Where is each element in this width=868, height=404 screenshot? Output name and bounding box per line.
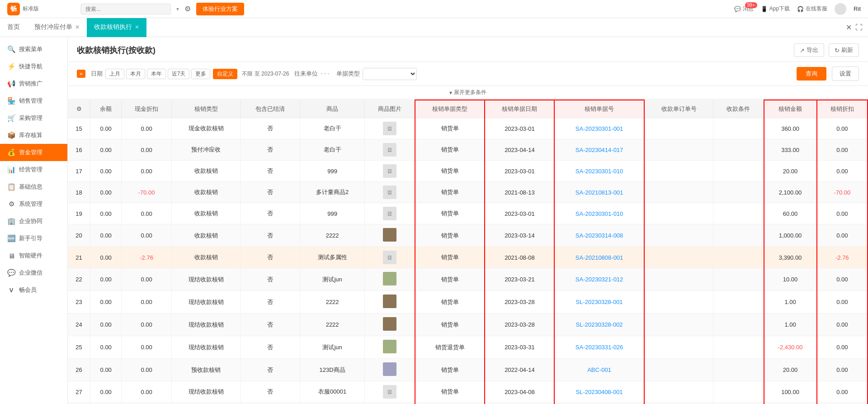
row-verify-discount: 0.00 [817,381,868,403]
row-verify-bill-no[interactable]: SA-20210813-001 [554,182,644,203]
finance-icon: 💰 [7,148,15,157]
row-goods-img [365,314,415,336]
sidebar-item-member[interactable]: V 畅会员 [0,281,67,299]
row-verify-bill-no[interactable]: SA-20230301-001 [554,118,644,139]
row-verify-discount: 0.00 [817,139,868,161]
refresh-button[interactable]: ↻ 刷新 [829,43,859,57]
date-more[interactable]: 更多 [191,69,210,79]
table-row: 160.000.00预付冲应收否老白干🖼销货单2023-04-14SA-2023… [68,139,868,161]
close-icon-active[interactable]: ✕ [135,24,139,30]
row-verify-bill-no[interactable]: SL-20230328-002 [554,314,644,336]
row-verify-bill-no[interactable]: SL-20230328-001 [554,291,644,314]
settings-gear-icon[interactable]: ⚙ [184,5,191,13]
sidebar-label-search: 搜索菜单 [19,45,42,53]
row-number: 21 [68,247,90,268]
row-receipt-order-no [644,118,713,139]
row-verify-bill-type: 销货单 [415,381,485,403]
logo-icon: 畅 [7,3,20,15]
page-header: 收款核销执行(按收款) ↗ 导出 ↻ 刷新 [68,37,868,62]
tab-prepay-label: 预付冲应付单 [34,23,72,31]
row-verify-bill-no[interactable]: SA-20210808-001 [554,247,644,268]
sidebar-item-wechat[interactable]: 💬 企业微信 [0,264,67,281]
online-support[interactable]: 🎧 在线客服 [797,5,827,13]
close-icon[interactable]: ✕ [75,24,80,30]
row-balance: 0.00 [90,139,122,161]
expand-filter-button[interactable]: » [77,70,85,78]
col-header-balance: 余额 [90,100,122,118]
row-verify-bill-date: 2023-04-14 [485,139,554,161]
col-header-settings[interactable]: ⚙ [68,100,90,118]
sidebar-item-operations[interactable]: 📊 经营管理 [0,161,67,178]
close-window-button[interactable]: ✕ [846,23,852,32]
row-verify-bill-no[interactable]: SA-20230301-010 [554,203,644,224]
query-button[interactable]: 查询 [797,67,826,81]
row-receipt-order-no [644,359,713,381]
row-receipt-condition [713,336,764,359]
member-icon: V [7,286,15,294]
logo-subtext: 标准版 [23,5,39,13]
sidebar-item-quick-nav[interactable]: ⚡ 快捷导航 [0,58,67,75]
row-verify-bill-date: 2023-03-01 [485,203,554,224]
sidebar-item-enterprise[interactable]: 🏢 企业协同 [0,213,67,230]
row-verify-bill-no[interactable]: SA-20230301-010 [554,161,644,182]
table-row: 270.000.00现结收款核销否衣服00001🖼销货单2023-04-08SL… [68,381,868,403]
sidebar-item-smart-hw[interactable]: 🖥 智能硬件 [0,247,67,264]
app-download[interactable]: 📱 App下载 [761,5,790,13]
date-custom-button[interactable]: 自定义 [213,69,237,79]
sidebar-item-purchase[interactable]: 🛒 采购管理 [0,109,67,127]
row-verify-amount: 1.00 [764,291,817,314]
user-avatar[interactable] [835,3,846,15]
row-verify-bill-no[interactable]: SA-20230331-026 [554,336,644,359]
sidebar-item-marketing[interactable]: 📢 营销推广 [0,75,67,92]
row-verify-bill-no[interactable]: SL-20230408-001 [554,381,644,403]
row-verify-bill-type: 销货单 [415,118,485,139]
maximize-window-button[interactable]: ⛶ [855,24,863,32]
row-cash-discount: -2.76 [122,247,172,268]
date-last-month[interactable]: 上月 [105,69,124,79]
tab-prepay[interactable]: 预付冲应付单 ✕ [27,18,87,37]
row-verify-bill-no[interactable]: SA-20230321-012 [554,268,644,291]
sidebar-item-inventory[interactable]: 📦 库存核算 [0,127,67,144]
row-verify-bill-type: 销货单 [415,291,485,314]
row-balance: 0.00 [90,118,122,139]
column-settings-button[interactable]: 设置 [832,67,859,81]
row-number: 16 [68,139,90,161]
tab-collection[interactable]: 收款核销执行 ✕ [87,18,146,37]
headset-icon: 🎧 [797,6,804,12]
tab-home[interactable]: 首页 [0,18,27,37]
row-include-settled: 否 [241,291,300,314]
export-button[interactable]: ↗ 导出 [794,43,824,57]
sidebar-item-guide[interactable]: 🆕 新手引导 [0,230,67,247]
sidebar-label-quick-nav: 快捷导航 [19,62,42,71]
row-verify-bill-no[interactable]: SA-20230414-017 [554,139,644,161]
row-verify-amount: 360.00 [764,118,817,139]
bill-type-select[interactable] [363,68,417,80]
row-verify-bill-no[interactable]: SL-20230418-001 [554,403,644,404]
sidebar-item-finance[interactable]: 💰 资金管理 [0,144,67,161]
unit-ellipsis[interactable]: ··· [321,70,330,78]
sidebar-item-sales[interactable]: 🏪 销售管理 [0,92,67,109]
date-7days[interactable]: 近7天 [168,69,190,79]
row-verify-bill-type: 销货单 [415,224,485,247]
content-area: 收款核销执行(按收款) ↗ 导出 ↻ 刷新 » 日期 上月 本月 本 [68,37,868,404]
row-balance: 0.00 [90,381,122,403]
row-verify-bill-no[interactable]: ABC-001 [554,359,644,381]
col-header-verify-type: 核销类型 [171,100,240,118]
expand-more-button[interactable]: ▾ 展开更多条件 [449,89,486,96]
row-balance: 0.00 [90,247,122,268]
sidebar-label-sales: 销售管理 [19,97,42,105]
row-verify-bill-date: 2022-04-14 [485,359,554,381]
row-verify-bill-no[interactable]: SA-20230314-008 [554,224,644,247]
row-verify-amount: 1,000.00 [764,224,817,247]
message-notification[interactable]: 💬 消息 99+ [734,5,754,13]
sidebar-item-basic-info[interactable]: 📋 基础信息 [0,178,67,195]
date-this-month[interactable]: 本月 [126,69,145,79]
inventory-icon: 📦 [7,131,15,139]
date-this-year[interactable]: 本年 [147,69,166,79]
search-input[interactable] [80,4,171,14]
trial-button[interactable]: 体验行业方案 [196,3,244,15]
table-area[interactable]: ⚙ 余额 现金折扣 核销类型 包含已结清 商品 商品图片 核销单据类型 核销单据… [68,100,868,404]
row-verify-type: 收款核销 [171,161,240,182]
sidebar-item-system[interactable]: ⚙ 系统管理 [0,195,67,213]
sidebar-item-search[interactable]: 🔍 搜索菜单 [0,41,67,58]
